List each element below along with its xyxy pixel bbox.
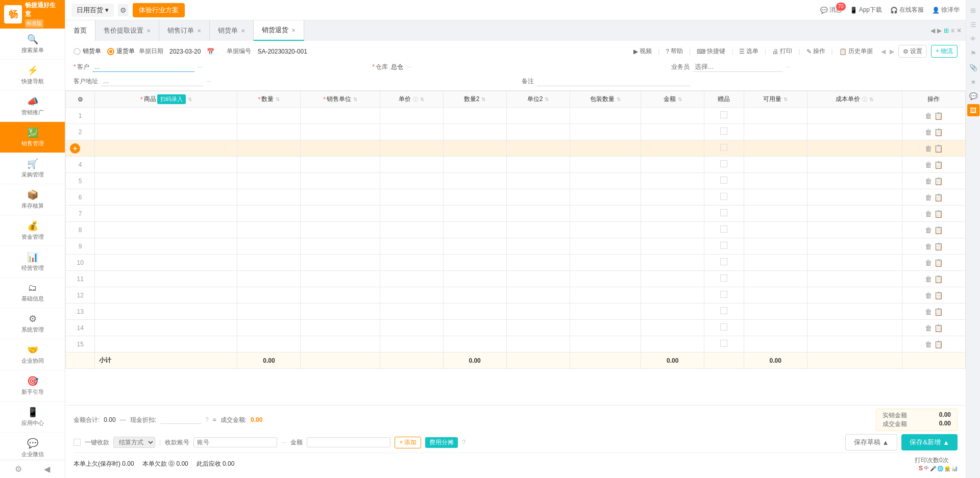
row-delete-btn-13[interactable]: 🗑 (925, 308, 932, 316)
sort-pack-qty-icon[interactable]: ⇅ (617, 96, 621, 102)
sidebar-item-apps[interactable]: 📱 应用中心 (0, 401, 65, 433)
gift-checkbox-row-8[interactable] (720, 225, 727, 233)
tab-price-setting[interactable]: 售价提取设置 ✕ (95, 20, 159, 41)
sidebar-item-enterprise[interactable]: 🤝 企业协同 (0, 339, 65, 370)
tab-sales-delivery[interactable]: 销货单 ✕ (210, 20, 254, 41)
gift-checkbox-row-10[interactable] (720, 258, 727, 265)
toolbar-help-btn[interactable]: ? 帮助 (664, 46, 685, 57)
row-copy-btn-13[interactable]: 📋 (934, 308, 943, 316)
sidebar-item-system[interactable]: ⚙ 系统管理 (0, 308, 65, 339)
row-copy-btn-2[interactable]: 📋 (934, 128, 943, 136)
daily-goods-selector[interactable]: 日用百货 ▾ (71, 4, 114, 17)
tab-view-grid[interactable]: ⊞ (944, 27, 949, 34)
right-sidebar-expand[interactable]: ⊞ (967, 4, 979, 16)
logistics-btn[interactable]: + 物流 (931, 45, 958, 58)
settings-bottom-btn[interactable]: ⚙ (15, 464, 22, 474)
tab-view-list[interactable]: ≡ (951, 27, 954, 34)
right-sidebar-flag[interactable]: ⚑ (967, 47, 979, 59)
save-draft-btn[interactable]: 保存草稿 ▲ (845, 434, 898, 450)
th-settings[interactable]: ⚙ (66, 91, 95, 108)
row-copy-btn-4[interactable]: 📋 (934, 161, 943, 169)
add-row-btn[interactable]: + (70, 143, 80, 154)
right-sidebar-chat[interactable]: 💬 (967, 90, 979, 102)
nav-prev-icon[interactable]: ◀ (881, 48, 886, 55)
sidebar-item-finance[interactable]: 💰 资金管理 (0, 215, 65, 246)
tab-sales-order[interactable]: 销售订单 ✕ (159, 20, 210, 41)
tab-home[interactable]: 首页 (65, 20, 95, 41)
add-payment-btn[interactable]: + 添加 (395, 437, 421, 448)
sort-unit2-icon[interactable]: ⇅ (545, 96, 549, 102)
sidebar-item-operation[interactable]: 📊 经营管理 (0, 246, 65, 278)
fee-split-btn[interactable]: 费用分摊 (425, 437, 458, 448)
payment-amount-input[interactable] (307, 437, 390, 447)
sort-goods-icon[interactable]: ⇅ (188, 96, 192, 102)
calc-help-icon[interactable]: ? (205, 416, 209, 423)
online-service-btn[interactable]: 🎧 在线客服 (890, 6, 924, 14)
row-delete-btn-5[interactable]: 🗑 (925, 177, 932, 185)
sidebar-item-search[interactable]: 🔍 搜索菜单 (0, 29, 65, 60)
right-sidebar-eye[interactable]: 👁 (967, 33, 979, 45)
customer-input[interactable] (92, 62, 194, 72)
tab-close-sales-delivery[interactable]: ✕ (241, 28, 245, 34)
right-sidebar-img[interactable]: 🖼 (967, 104, 979, 116)
fee-split-help-icon[interactable]: ? (462, 439, 465, 446)
sort-quantity-icon[interactable]: ⇅ (276, 96, 280, 102)
sidebar-item-wechat[interactable]: 💬 企业微信 (0, 433, 65, 460)
row-copy-btn-15[interactable]: 📋 (934, 340, 943, 348)
account-input[interactable] (193, 437, 277, 447)
tab-close-sales-order[interactable]: ✕ (197, 28, 201, 34)
row-copy-btn-7[interactable]: 📋 (934, 210, 943, 218)
save-new-btn[interactable]: 保存&新增 ▲ (901, 434, 958, 450)
goods-input-row-3[interactable] (99, 144, 233, 152)
row-delete-btn-12[interactable]: 🗑 (925, 291, 932, 299)
row-delete-btn-15[interactable]: 🗑 (925, 340, 932, 348)
toolbar-video-btn[interactable]: ▶ 视频 (631, 46, 654, 57)
toolbar-select-btn[interactable]: ☰ 选单 (737, 46, 761, 57)
gift-checkbox-row-13[interactable] (720, 307, 727, 314)
sidebar-item-purchase[interactable]: 🛒 采购管理 (0, 153, 65, 184)
info-unit-price-icon[interactable]: ⓘ (413, 96, 418, 103)
row-delete-btn-14[interactable]: 🗑 (925, 324, 932, 332)
calc-method-select[interactable]: 结算方式 (113, 437, 155, 448)
tab-nav-prev[interactable]: ◀ (930, 27, 935, 34)
scan-entry-btn[interactable]: 扫码录入 (157, 94, 186, 104)
gift-checkbox-row-11[interactable] (720, 274, 727, 282)
tab-nav-next[interactable]: ▶ (937, 27, 942, 34)
sidebar-item-sales[interactable]: 💹 销售管理 (0, 122, 65, 153)
row-copy-btn-9[interactable]: 📋 (934, 242, 943, 250)
app-download-btn[interactable]: 📱 App下载 (850, 6, 882, 14)
gift-checkbox-row-3[interactable] (720, 144, 727, 151)
row-copy-btn-11[interactable]: 📋 (934, 275, 943, 283)
radio-delivery[interactable]: 销货单 (74, 47, 101, 56)
right-sidebar-list[interactable]: ☰ (967, 18, 979, 31)
payment-checkbox[interactable] (74, 439, 81, 446)
sort-cost-price-icon[interactable]: ⇅ (869, 96, 873, 102)
user-menu-btn[interactable]: 👤 徐泽华 (932, 6, 960, 14)
row-copy-btn-1[interactable]: 📋 (934, 112, 943, 120)
row-copy-btn-10[interactable]: 📋 (934, 259, 943, 267)
gift-checkbox-row-15[interactable] (720, 340, 727, 347)
sort-quantity2-icon[interactable]: ⇅ (481, 96, 485, 102)
discount-input[interactable] (160, 416, 201, 424)
try-industry-btn[interactable]: 体验行业方案 (133, 3, 185, 17)
row-delete-btn-11[interactable]: 🗑 (925, 275, 932, 283)
radio-return[interactable]: 退货单 (107, 47, 135, 56)
salesperson-input[interactable] (693, 62, 783, 72)
toolbar-history-btn[interactable]: 📋 历史单据 (837, 46, 875, 57)
collapse-btn[interactable]: ◀ (44, 464, 50, 474)
row-delete-btn-8[interactable]: 🗑 (925, 226, 932, 234)
toolbar-operation-btn[interactable]: ✎ 操作 (804, 46, 827, 57)
row-delete-btn-7[interactable]: 🗑 (925, 210, 932, 218)
right-sidebar-star[interactable]: ★ (967, 76, 979, 88)
calendar-icon[interactable]: 📅 (207, 48, 214, 55)
right-sidebar-clip[interactable]: 📎 (967, 61, 979, 73)
sidebar-item-marketing[interactable]: 📣 营销推广 (0, 91, 65, 122)
tab-close-price-setting[interactable]: ✕ (146, 28, 151, 34)
sidebar-item-shortcut[interactable]: ⚡ 快捷导航 (0, 60, 65, 91)
row-delete-btn-10[interactable]: 🗑 (925, 259, 932, 267)
row-copy-btn-6[interactable]: 📋 (934, 193, 943, 202)
toolbar-print-btn[interactable]: 🖨 打印 (770, 46, 794, 57)
row-delete-btn-3[interactable]: 🗑 (925, 144, 932, 153)
sidebar-item-basic[interactable]: 🗂 基础信息 (0, 278, 65, 308)
row-delete-btn-4[interactable]: 🗑 (925, 161, 932, 169)
